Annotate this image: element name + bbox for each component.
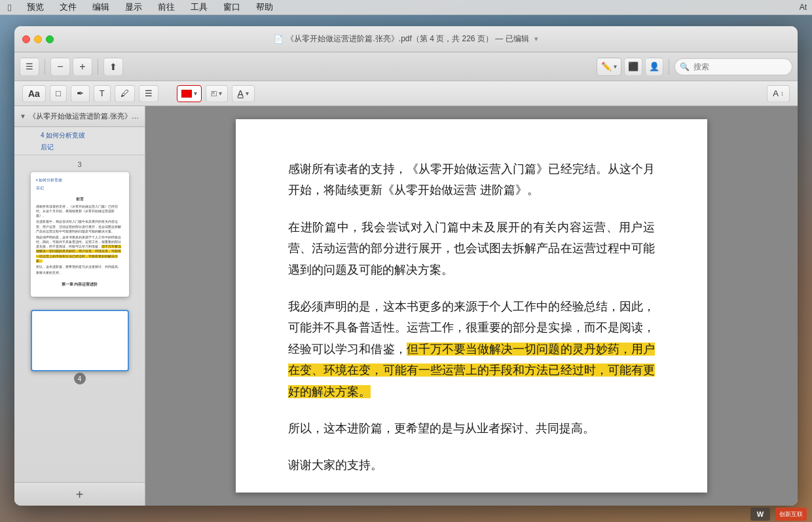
apple-menu[interactable]:  — [5, 2, 14, 13]
more-button[interactable]: ☰ — [139, 85, 158, 102]
zoom-out-button[interactable]: − — [50, 58, 70, 76]
watermark-area: W 创新互联 — [745, 508, 812, 521]
thumb-chapter1: 第一章 内容运营进阶 — [36, 282, 124, 287]
page-3-content: 4 如何分析竞彼 后记 前言 感谢所有读者的支持，《从零开始做运营入门篇》已经完… — [31, 172, 129, 297]
pdf-page: 感谢所有读者的支持，《从零开始做运营入门篇》已经完结。从这个月开始，将陆续更新《… — [236, 119, 707, 493]
pen-icon: ✏️ — [601, 62, 612, 71]
pdf-paragraph-5: 谢谢大家的支持。 — [288, 455, 655, 475]
underline-arrow: ▾ — [246, 90, 249, 97]
share-icon: ⬆ — [109, 62, 117, 72]
pdf-paragraph-1: 感谢所有读者的支持，《从零开始做运营入门篇》已经完结。从这个月开始，将陆续更新《… — [288, 158, 655, 201]
window-title: 📄 《从零开始做运营进阶篇.张亮》.pdf（第 4 页，共 226 页） — 已… — [274, 33, 538, 45]
thumb-preface: 前言 — [36, 196, 124, 202]
pdf-paragraph-3: 我必须声明的是，这本书更多的来源于个人工作中的经验总结，因此，可能并不具备普适性… — [288, 296, 655, 402]
page-4-content — [32, 311, 128, 370]
thumb-para1: 感谢所有读者的支持，《从零开始做运营入门篇》已经完结。从这个月开始，将陆续更新《… — [36, 204, 124, 219]
page-3-thumbnail[interactable]: 4 如何分析竞彼 后记 前言 感谢所有读者的支持，《从零开始做运营入门篇》已经完… — [31, 172, 129, 297]
page-4-thumbnail[interactable] — [31, 310, 129, 371]
close-button[interactable] — [22, 35, 30, 43]
zoom-in-button[interactable]: + — [73, 58, 92, 76]
toc-item-4[interactable]: 4 如何分析竞彼 — [30, 130, 139, 141]
menu-window[interactable]: 窗口 — [221, 1, 243, 13]
sidebar: ▼ 《从零开始做运营进阶篇.张亮》.pdf 4 如何分析竞彼 后记 3 4 如何… — [14, 106, 145, 506]
minimize-button[interactable] — [34, 35, 42, 43]
share-button[interactable]: ⬆ — [103, 58, 123, 76]
add-page-button[interactable]: + — [76, 488, 84, 501]
sidebar-toggle-button[interactable]: ☰ — [20, 58, 39, 76]
pen-tool-icon: ✒ — [77, 88, 84, 98]
toolbar-sep-2 — [98, 59, 98, 75]
stamp-button[interactable]: 🖊 — [115, 85, 135, 102]
highlight-box-icon — [181, 90, 192, 98]
page-4-badge: 4 — [74, 373, 86, 384]
thumb-para3: 我必须声明的是，这本书更多的来源于个人工作中的经验总结，因此，可能并不具备普适性… — [36, 235, 124, 263]
preview-window: 📄 《从零开始做运营进阶篇.张亮》.pdf（第 4 页，共 226 页） — 已… — [14, 26, 798, 506]
main-area: ▼ 《从零开始做运营进阶篇.张亮》.pdf 4 如何分析竞彼 后记 3 4 如何… — [14, 106, 798, 506]
traffic-lights — [22, 35, 54, 43]
sidebar-header: ▼ 《从零开始做运营进阶篇.张亮》.pdf — [14, 106, 145, 127]
text-button[interactable]: T — [94, 85, 111, 102]
sidebar-pages[interactable]: 3 4 如何分析竞彼 后记 前言 感谢所有读者的支持，《从零开始做运营入门篇》已… — [14, 155, 145, 482]
text-style-button[interactable]: Aa — [22, 85, 46, 102]
search-wrapper: 🔍 — [674, 58, 792, 75]
rectangle-icon: □ — [56, 88, 61, 98]
zoom-in-icon: + — [79, 61, 85, 73]
strikethrough-arrow: ▾ — [219, 90, 222, 97]
search-icon: 🔍 — [680, 62, 690, 71]
markup-button[interactable]: ✏️ ▾ — [597, 58, 621, 76]
person-icon: 👤 — [649, 62, 659, 71]
thumb-toc-title: 4 如何分析竞彼 — [36, 177, 124, 183]
menu-help[interactable]: 帮助 — [253, 1, 276, 13]
page-3-container: 3 4 如何分析竞彼 后记 前言 感谢所有读者的支持，《从零开始做运营入门篇》已… — [31, 160, 129, 297]
pdf-content-area[interactable]: 感谢所有读者的支持，《从零开始做运营入门篇》已经完结。从这个月开始，将陆续更新《… — [145, 106, 798, 506]
underline-button[interactable]: A ▾ — [232, 85, 255, 102]
annotation-toolbar: Aa □ ✒ T 🖊 ☰ ▾ □ ✕ ▾ A ▾ — [14, 81, 798, 106]
markup-arrow: ▾ — [614, 63, 617, 70]
zoom-out-icon: − — [57, 61, 63, 73]
pdf-icon: 📄 — [274, 35, 284, 44]
strikethrough-x: ✕ — [211, 90, 216, 96]
text-icon: T — [100, 88, 105, 98]
stamp-icon: 🖊 — [120, 88, 129, 98]
rectangle-button[interactable]: □ — [50, 85, 67, 102]
sidebar-doc-title: 《从零开始做运营进阶篇.张亮》.pdf — [29, 111, 139, 121]
menu-view[interactable]: 显示 — [122, 1, 145, 13]
pen-tool-button[interactable]: ✒ — [71, 85, 90, 102]
highlight-button[interactable]: ▾ — [177, 85, 202, 102]
font-arrow: ↕ — [781, 90, 784, 97]
logo-brand: 创新互联 — [775, 508, 807, 521]
search-input[interactable] — [674, 58, 792, 75]
sidebar-footer: + — [14, 482, 145, 506]
more-icon: ☰ — [145, 88, 153, 98]
form-button[interactable]: 👤 — [645, 58, 663, 76]
dropdown-arrow[interactable]: ▾ — [534, 35, 538, 43]
text-style-icon: Aa — [28, 88, 40, 99]
menubar-right: At — [800, 3, 807, 12]
thumb-para5: 谢谢大家的支持。 — [36, 270, 124, 275]
titlebar: 📄 《从零开始做运营进阶篇.张亮》.pdf（第 4 页，共 226 页） — 已… — [14, 26, 798, 52]
toolbar-sep-1 — [45, 59, 45, 75]
underline-icon: A — [238, 88, 244, 99]
menu-file[interactable]: 文件 — [57, 1, 79, 13]
thumb-toc-sub: 后记 — [36, 185, 124, 191]
logo-w: W — [750, 508, 770, 521]
thumb-para2: 在进阶篇中，我会尝试对入门篇中未及展开的有关内容运营、用户运营、活动运营的部分进… — [36, 219, 124, 234]
menu-go[interactable]: 前往 — [155, 1, 177, 13]
menu-edit[interactable]: 编辑 — [90, 1, 112, 13]
collapse-icon[interactable]: ▼ — [20, 113, 26, 120]
menu-tools[interactable]: 工具 — [188, 1, 210, 13]
strikethrough-button[interactable]: □ ✕ ▾ — [206, 85, 228, 102]
page-3-label: 3 — [77, 160, 81, 168]
menu-preview[interactable]: 预览 — [24, 1, 46, 13]
font-size-button[interactable]: A ↕ — [767, 85, 790, 102]
pdf-paragraph-4: 所以，这本进阶篇，更希望的是与从业者探讨、共同提高。 — [288, 418, 655, 439]
redact-icon: ⬛ — [628, 62, 638, 71]
page-4-container: 4 — [31, 310, 129, 387]
menubar:  预览 文件 编辑 显示 前往 工具 窗口 帮助 At — [0, 0, 812, 15]
sidebar-icon: ☰ — [26, 62, 33, 71]
redact-button[interactable]: ⬛ — [624, 58, 642, 76]
maximize-button[interactable] — [46, 35, 54, 43]
toc-item-epilogue[interactable]: 后记 — [30, 141, 139, 153]
toolbar: ☰ − + ⬆ ✏️ ▾ ⬛ 👤 🔍 — [14, 52, 798, 81]
thumb-para4: 所以，这本进阶篇，更希望的是与从业者探讨、共同提高。 — [36, 265, 124, 269]
